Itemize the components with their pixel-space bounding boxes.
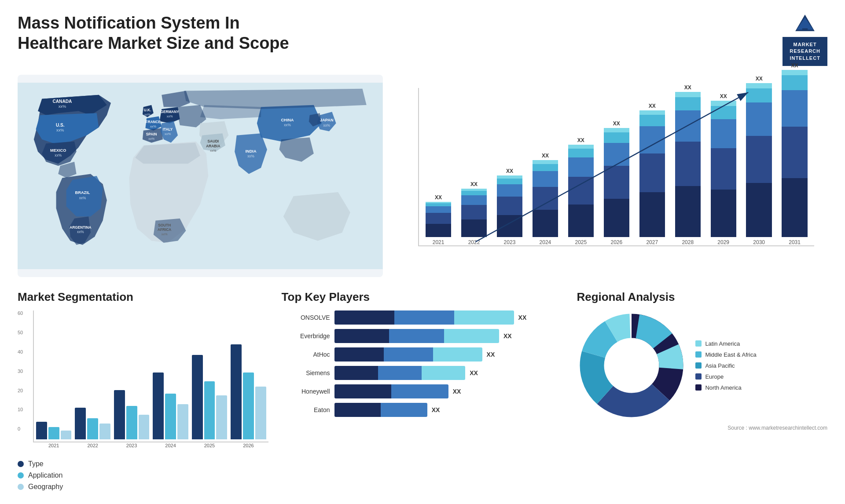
bar-segment-0-1 xyxy=(426,213,451,224)
world-map-svg: CANADA xx% U.S. xx% MEXICO xx% BRAZIL xx… xyxy=(18,75,383,277)
bar-segment-5-2 xyxy=(604,143,629,166)
player-row-1: EverbridgeXX xyxy=(282,329,564,343)
seg-group-2025: 2025 xyxy=(192,355,227,439)
bar-segment-7-3 xyxy=(675,97,701,110)
donut-legend-item-0: Latin America xyxy=(695,340,756,347)
bar-top-label-2026: XX xyxy=(613,121,620,127)
player-bar-3 xyxy=(334,366,466,380)
bar-stack-2027 xyxy=(639,110,665,237)
bar-segment-3-2 xyxy=(533,171,558,187)
bar-group-2026: XX2026 xyxy=(600,121,632,245)
seg-app-bar-2023 xyxy=(126,406,137,439)
bar-top-label-2030: XX xyxy=(756,76,763,82)
player-bar-seg-2-2 xyxy=(433,347,482,362)
seg-chart-wrapper: 0 10 20 30 40 50 60 20212022202320242025… xyxy=(18,310,268,442)
bar-year-2029: 2029 xyxy=(717,239,729,245)
svg-text:xx%: xx% xyxy=(56,128,64,132)
svg-text:BRAZIL: BRAZIL xyxy=(75,191,90,195)
seg-app-bar-2024 xyxy=(165,394,176,439)
regional-section: Regional Analysis xyxy=(577,290,827,491)
donut-legend-color-2 xyxy=(695,362,702,369)
seg-chart: 202120222023202420252026 xyxy=(33,310,268,442)
seg-legend: Type Application Geography xyxy=(18,460,268,491)
player-bar-seg-0-0 xyxy=(334,310,394,325)
bar-top-label-2029: XX xyxy=(720,93,727,99)
player-bar-container-2: XX xyxy=(334,347,564,362)
bar-segment-2-0 xyxy=(497,215,522,237)
svg-text:SAUDI: SAUDI xyxy=(207,139,219,144)
svg-text:xx%: xx% xyxy=(148,137,154,141)
player-bar-seg-4-0 xyxy=(334,384,392,398)
bar-top-label-2024: XX xyxy=(542,153,549,159)
player-bar-0 xyxy=(334,310,514,325)
player-row-3: SiemensXX xyxy=(282,366,564,380)
bar-segment-1-3 xyxy=(461,191,487,195)
player-name-0: ONSOLVE xyxy=(282,314,330,321)
bar-segment-9-1 xyxy=(746,136,772,183)
bar-top-label-2021: XX xyxy=(435,194,442,201)
player-value-4: XX xyxy=(453,388,461,395)
bar-segment-3-4 xyxy=(533,160,558,164)
svg-text:xx%: xx% xyxy=(79,196,86,200)
bar-segment-0-3 xyxy=(426,203,451,206)
seg-geo-bar-2021 xyxy=(61,431,72,439)
bar-year-2023: 2023 xyxy=(504,239,516,245)
bar-segment-2-2 xyxy=(497,184,522,197)
svg-text:xx%: xx% xyxy=(150,124,156,128)
donut-legend-label-1: Middle East & Africa xyxy=(705,351,756,358)
seg-geo-bar-2022 xyxy=(99,424,110,439)
key-players-title: Top Key Players xyxy=(282,290,564,304)
bar-chart-section: XX2021XX2022XX2023XX2024XX2025XX2026XX20… xyxy=(396,75,827,277)
seg-group-2024: 2024 xyxy=(153,373,188,439)
bar-top-label-2025: XX xyxy=(577,137,584,143)
player-bar-container-3: XX xyxy=(334,366,564,380)
bar-group-2031: XX2031 xyxy=(779,62,811,245)
bar-segment-1-2 xyxy=(461,195,487,205)
player-row-5: EatonXX xyxy=(282,403,564,417)
brand-logo-text: MARKET RESEARCH INTELLECT xyxy=(783,37,827,66)
player-name-2: AtHoc xyxy=(282,351,330,358)
source-text: Source : www.marketresearchintellect.com xyxy=(577,425,827,431)
logo-area: MARKET RESEARCH INTELLECT xyxy=(783,13,827,66)
bar-segment-4-1 xyxy=(568,177,594,205)
bar-segment-4-0 xyxy=(568,205,594,237)
bar-segment-10-0 xyxy=(782,178,807,237)
player-row-0: ONSOLVEXX xyxy=(282,310,564,325)
legend-type: Type xyxy=(18,460,268,468)
bar-segment-7-1 xyxy=(675,142,701,186)
legend-application-label: Application xyxy=(28,471,62,479)
donut-legend-label-0: Latin America xyxy=(705,340,740,347)
svg-rect-2 xyxy=(802,28,808,30)
bar-stack-2030 xyxy=(746,83,772,237)
bar-segment-0-2 xyxy=(426,206,451,213)
seg-type-bar-2025 xyxy=(192,355,203,439)
donut-legend-item-1: Middle East & Africa xyxy=(695,351,756,358)
seg-group-2023: 2023 xyxy=(114,390,149,439)
segmentation-title: Market Segmentation xyxy=(18,290,268,304)
svg-text:ARGENTINA: ARGENTINA xyxy=(70,225,91,230)
world-map: CANADA xx% U.S. xx% MEXICO xx% BRAZIL xx… xyxy=(18,75,383,277)
svg-text:xx%: xx% xyxy=(210,149,216,153)
player-bar-seg-1-0 xyxy=(334,329,389,343)
donut-legend-label-4: North America xyxy=(705,384,741,391)
bar-segment-6-3 xyxy=(639,115,665,126)
bar-segment-2-4 xyxy=(497,175,522,179)
bar-segment-6-4 xyxy=(639,110,665,115)
bar-stack-2023 xyxy=(497,175,522,237)
bar-segment-1-0 xyxy=(461,219,487,237)
legend-geography: Geography xyxy=(18,483,268,491)
bar-segment-10-4 xyxy=(782,70,807,75)
player-bar-seg-3-0 xyxy=(334,366,378,380)
top-section: CANADA xx% U.S. xx% MEXICO xx% BRAZIL xx… xyxy=(18,75,827,277)
player-bar-5 xyxy=(334,403,427,417)
legend-application-dot xyxy=(18,472,24,478)
svg-text:SOUTH: SOUTH xyxy=(158,223,171,227)
player-bar-seg-1-2 xyxy=(444,329,499,343)
bar-segment-8-2 xyxy=(711,119,736,148)
bar-top-label-2022: XX xyxy=(470,181,478,187)
seg-year-2026: 2026 xyxy=(243,443,254,448)
svg-marker-1 xyxy=(797,17,813,29)
bar-year-2025: 2025 xyxy=(575,239,587,245)
bar-chart-inner: XX2021XX2022XX2023XX2024XX2025XX2026XX20… xyxy=(418,88,814,246)
bar-group-2025: XX2025 xyxy=(565,137,597,245)
